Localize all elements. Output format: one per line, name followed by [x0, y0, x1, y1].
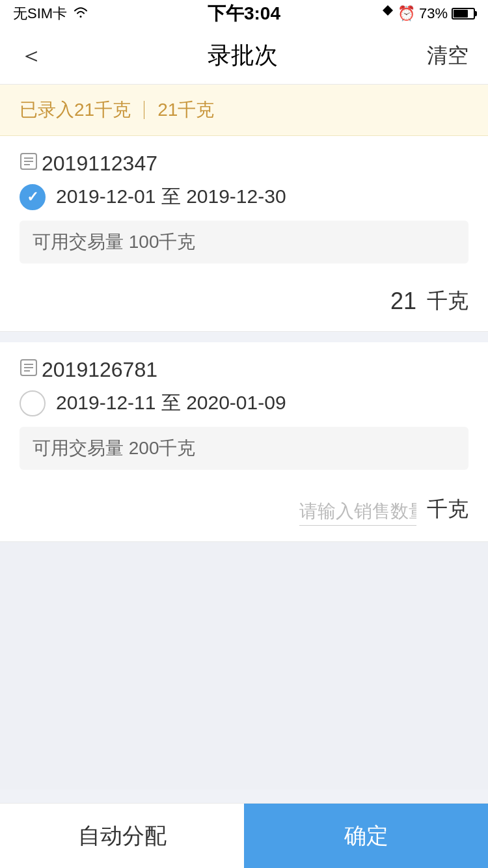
- batch-header-2: 2019126781: [20, 358, 468, 382]
- batch-header-1: 2019112347: [20, 152, 468, 176]
- batch-id-text-2: 2019126781: [42, 358, 157, 382]
- batch-availability-1: 可用交易量 100千克: [20, 221, 468, 264]
- empty-area: [0, 542, 488, 789]
- recorded-label: 已录入21千克: [20, 98, 131, 122]
- batch-date-text-2: 2019-12-11 至 2020-01-09: [56, 390, 286, 416]
- summary-divider: [144, 101, 144, 119]
- total-label: 21千克: [157, 98, 214, 122]
- batch-radio-1[interactable]: [20, 184, 46, 210]
- status-right: ⏰ 73%: [382, 5, 475, 23]
- clear-button[interactable]: 清空: [427, 42, 468, 70]
- nav-bar: ＜ 录批次 清空: [0, 27, 488, 85]
- batch-input-row-1: 21 千克: [0, 277, 488, 332]
- battery-icon: [452, 8, 475, 20]
- location-icon: [382, 5, 394, 23]
- batch-id-icon-1: [20, 152, 38, 175]
- back-button[interactable]: ＜: [20, 40, 59, 72]
- status-left: 无SIM卡: [13, 4, 89, 23]
- batch-date-text-1: 2019-12-01 至 2019-12-30: [56, 183, 286, 210]
- batch-input-row-2: 千克: [0, 483, 488, 542]
- batch-item-2: 2019126781 2019-12-11 至 2020-01-09 可用交易量…: [0, 342, 488, 470]
- quantity-input-2[interactable]: [299, 493, 416, 526]
- batch-item-1: 2019112347 2019-12-01 至 2019-12-30 可用交易量…: [0, 136, 488, 264]
- carrier-label: 无SIM卡: [13, 4, 67, 23]
- batch-id-icon-2: [20, 359, 38, 381]
- page-title: 录批次: [208, 40, 278, 72]
- status-bar: 无SIM卡 下午3:04 ⏰ 73%: [0, 0, 488, 27]
- batch-date-row-1[interactable]: 2019-12-01 至 2019-12-30: [20, 183, 468, 210]
- alarm-icon: ⏰: [398, 5, 415, 22]
- bottom-bar: 自动分配 确定: [0, 803, 488, 868]
- status-time: 下午3:04: [208, 1, 280, 26]
- unit-label-1: 千克: [427, 287, 468, 316]
- batch-item-2-container: 2019126781 2019-12-11 至 2020-01-09 可用交易量…: [0, 342, 488, 542]
- quantity-value-1: 21: [390, 288, 416, 315]
- section-divider: [0, 332, 488, 342]
- batch-date-row-2[interactable]: 2019-12-11 至 2020-01-09: [20, 390, 468, 416]
- auto-distribute-button[interactable]: 自动分配: [0, 804, 244, 868]
- batch-availability-2: 可用交易量 200千克: [20, 427, 468, 470]
- summary-bar: 已录入21千克 21千克: [0, 85, 488, 136]
- wifi-icon: [72, 5, 89, 22]
- battery-percent: 73%: [419, 5, 448, 22]
- unit-label-2: 千克: [427, 495, 468, 524]
- batch-radio-2[interactable]: [20, 390, 46, 416]
- batch-list: 2019112347 2019-12-01 至 2019-12-30 可用交易量…: [0, 136, 488, 332]
- batch-id-text-1: 2019112347: [42, 152, 157, 176]
- confirm-button[interactable]: 确定: [244, 804, 488, 868]
